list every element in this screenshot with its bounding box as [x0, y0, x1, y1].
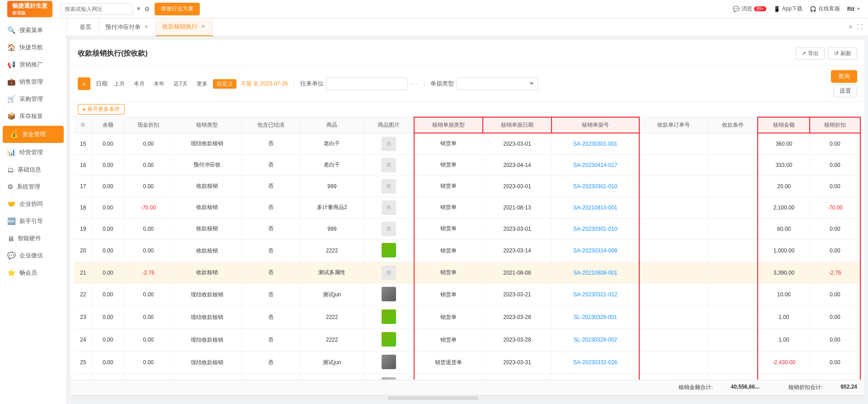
row-number: 24 [74, 328, 92, 351]
sidebar-item-management[interactable]: 📊 经营管理 [0, 144, 66, 161]
user-menu[interactable]: Rit ▼ [847, 6, 861, 12]
cell-bill-no: SL-20230328-002 [552, 328, 639, 351]
col-header-bill-no: 核销单据号 [552, 117, 639, 133]
col-header-product: 商品 [300, 117, 364, 133]
horizontal-scrollbar[interactable] [71, 395, 864, 400]
bill-no-link[interactable]: SA-20230314-008 [573, 247, 617, 254]
sidebar-item-search[interactable]: 🔍 搜索菜单 [0, 22, 66, 39]
cell-balance: 0.00 [92, 374, 123, 380]
url-bar[interactable] [61, 3, 133, 15]
bill-no-link[interactable]: SL-20230328-002 [574, 337, 617, 343]
cell-bill-type: 销货退货单 [414, 351, 483, 374]
column-settings-icon[interactable]: ⚙ [80, 122, 85, 128]
tab-prepay-close[interactable]: ✕ [143, 23, 149, 31]
row-number: 25 [74, 351, 92, 374]
filter-date-label: 日期 [96, 80, 108, 88]
bill-no-link[interactable]: SA-20230301-010 [573, 183, 617, 190]
cell-writeoff-discount: -2.76 [810, 262, 860, 283]
sidebar-label-corp: 企业协同 [19, 200, 43, 208]
sidebar-item-member[interactable]: ⭐ 畅会员 [0, 264, 66, 281]
filter-bill-type-label: 单据类型 [430, 80, 454, 88]
expand-conditions-btn[interactable]: ▾ 展开更多条件 [78, 104, 125, 114]
management-icon: 📊 [7, 148, 16, 157]
sidebar-item-hardware[interactable]: 🖥 智能硬件 [0, 230, 66, 247]
sidebar-label-wechat: 企业微信 [19, 252, 43, 260]
tab-receipt-writeoff-close[interactable]: ✕ [200, 23, 206, 30]
filter-opt-7days[interactable]: 近7天 [170, 79, 191, 89]
cell-writeoff-discount: -70.00 [810, 197, 860, 218]
sidebar-item-purchase[interactable]: 🛒 采购管理 [0, 90, 66, 108]
bill-no-link[interactable]: SA-20230321-012 [573, 291, 617, 298]
footer-discount-label: 核销折扣合计: [788, 384, 822, 391]
message-btn[interactable]: 💬 消息 99+ [733, 5, 766, 13]
sidebar-item-wechat[interactable]: 💬 企业微信 [0, 247, 66, 264]
sidebar-label-inventory: 库存核算 [19, 112, 43, 120]
industry-solution-btn[interactable]: 体验行业方案 [155, 3, 200, 15]
cell-balance: 0.00 [92, 176, 123, 197]
cell-bill-no: ABC-001 [552, 374, 639, 380]
cell-bill-date: 2023-03-21 [483, 283, 552, 306]
tab-home[interactable]: 首页 [72, 18, 99, 36]
bill-no-link[interactable]: SA-20210808-001 [573, 270, 617, 276]
sidebar-item-sales[interactable]: 💼 销售管理 [0, 73, 66, 90]
filter-toggle-btn[interactable]: » [78, 77, 90, 90]
online-support-label: 在线客服 [818, 5, 840, 13]
sidebar-item-finance[interactable]: 💰 资金管理 [3, 126, 64, 143]
bill-no-link[interactable]: SA-20230414-017 [573, 162, 617, 168]
filter-counterpart-dots[interactable]: ··· [410, 81, 418, 87]
export-btn[interactable]: ↗ 导出 [796, 47, 825, 60]
row-number: 15 [74, 133, 92, 154]
tab-maximize-icon[interactable]: ⛶ [857, 24, 863, 30]
sidebar-label-management: 经营管理 [19, 148, 43, 157]
filter-opt-last-month[interactable]: 上月 [110, 79, 128, 89]
filter-opt-custom[interactable]: 自定义 [213, 79, 236, 89]
sidebar-item-corp[interactable]: 🤝 企业协同 [0, 195, 66, 213]
sidebar-item-quick-nav[interactable]: 🏠 快捷导航 [0, 39, 66, 56]
sidebar-item-marketing[interactable]: 📢 营销推广 [0, 56, 66, 73]
col-header-settings[interactable]: ⚙ [74, 117, 92, 133]
app-download-label: App下载 [782, 5, 802, 13]
refresh-btn[interactable]: ↺ 刷新 [828, 47, 857, 60]
tab-receipt-writeoff[interactable]: 收款核销执行 ✕ [156, 18, 213, 36]
filter-opt-this-month[interactable]: 本月 [130, 79, 148, 89]
app-download-btn[interactable]: 📱 App下载 [774, 5, 802, 13]
tab-home-label: 首页 [80, 23, 91, 31]
cell-include-settled: 否 [241, 374, 300, 380]
filter-opt-this-year[interactable]: 本年 [150, 79, 168, 89]
bill-no-link[interactable]: SA-20230331-026 [573, 359, 617, 366]
app-icon: 📱 [774, 6, 780, 12]
setting-btn[interactable]: 设置 [834, 85, 857, 97]
filter-bill-type-select[interactable] [457, 77, 538, 90]
filter-counterpart-input[interactable] [326, 77, 408, 90]
tab-prepay[interactable]: 预付冲应付单 ✕ [99, 18, 156, 36]
table-footer: 核销金额合计: 40,556,66... 核销折扣合计: 952.24 [71, 380, 864, 395]
cell-bill-no: SL-20230328-001 [552, 306, 639, 328]
sidebar-item-guide[interactable]: 🆕 新手引导 [0, 213, 66, 230]
bill-no-link[interactable]: SA-20230301-010 [573, 226, 617, 232]
cell-receipt-condition [708, 176, 758, 197]
scrollbar-thumb[interactable] [388, 396, 478, 400]
bill-no-link[interactable]: SL-20230328-001 [574, 314, 617, 320]
table-row: 230.000.00现结收款核销否2222销货单2023-03-28SL-202… [74, 306, 860, 328]
cell-writeoff-discount: 0.00 [810, 374, 860, 380]
sidebar-item-system[interactable]: ⚙ 系统管理 [0, 178, 66, 195]
dropdown-icon[interactable]: ▼ [136, 5, 142, 12]
cell-receipt-condition [708, 351, 758, 374]
sidebar-item-basic[interactable]: 🗂 基础信息 [0, 161, 66, 178]
cell-bill-no: SA-20230301-010 [552, 218, 639, 239]
bill-no-link[interactable]: SA-20230301-001 [573, 141, 617, 147]
expand-row: ▾ 展开更多条件 [71, 102, 864, 117]
bill-no-link[interactable]: SA-20210813-001 [573, 204, 617, 211]
online-support-btn[interactable]: 🎧 在线客服 [810, 5, 840, 13]
notification-badge: 99+ [754, 6, 766, 11]
expand-down-icon: ▾ [83, 106, 85, 113]
cell-product-img: 图 [364, 133, 414, 154]
settings-icon[interactable]: ⚙ [144, 5, 150, 13]
tab-close-all-icon[interactable]: ✕ [848, 24, 853, 30]
query-btn[interactable]: 查询 [831, 70, 857, 83]
cell-product-img [364, 374, 414, 380]
sidebar-item-inventory[interactable]: 📦 库存核算 [0, 108, 66, 125]
cell-product: 测试jun [300, 351, 364, 374]
filter-opt-more[interactable]: 更多 [193, 79, 211, 89]
table-wrapper[interactable]: ⚙ 余额 现金折扣 核销类型 包含已结清 商品 商品图片 核销单据类型 核销单据… [71, 117, 864, 380]
